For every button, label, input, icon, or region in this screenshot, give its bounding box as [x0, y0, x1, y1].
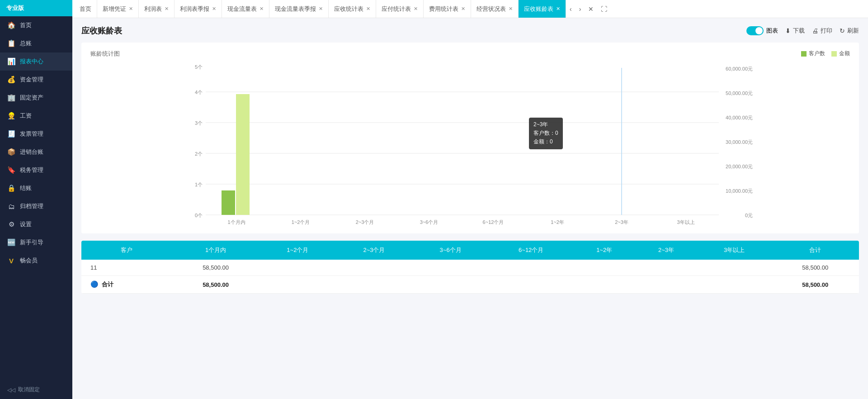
svg-text:2~3个月: 2~3个月 [356, 219, 374, 225]
toggle-track[interactable] [746, 26, 764, 35]
svg-text:40,000.00元: 40,000.00元 [726, 115, 753, 120]
download-icon: ⬇ [785, 27, 791, 34]
print-button[interactable]: 🖨 打印 [812, 27, 832, 35]
print-icon: 🖨 [812, 27, 818, 34]
tab-voucher-close[interactable]: ✕ [129, 6, 133, 12]
tab-profit-quarter-close[interactable]: ✕ [212, 6, 216, 12]
tab-fullscreen-button[interactable]: ⛶ [597, 0, 611, 18]
chart-legend: 客户数 金额 [801, 50, 850, 57]
toggle-knob [755, 27, 763, 34]
row-m1: 58,500.00 [172, 260, 259, 276]
tab-voucher[interactable]: 新增凭证 ✕ [97, 0, 139, 18]
row-m2-3 [336, 260, 412, 276]
tab-operation-close[interactable]: ✕ [509, 6, 513, 12]
chart-toggle[interactable]: 图表 [746, 26, 778, 35]
sidebar-item-assets[interactable]: 🏢 固定资产 [0, 89, 72, 107]
sidebar-item-vip[interactable]: V 畅会员 [0, 252, 72, 270]
tab-cashflow[interactable]: 现金流量表 ✕ [222, 0, 269, 18]
main-area: 首页 新增凭证 ✕ 利润表 ✕ 利润表季报 ✕ 现金流量表 ✕ 现金流量表季报 … [72, 0, 868, 399]
total-m2-3 [336, 276, 412, 294]
sidebar-item-inventory[interactable]: 📦 进销台账 [0, 143, 72, 161]
tab-expense-close[interactable]: ✕ [461, 6, 465, 12]
col-m2-3: 2~3个月 [336, 241, 412, 260]
refresh-button[interactable]: ↻ 刷新 [840, 27, 859, 35]
closing-icon: 🔒 [7, 184, 15, 192]
sidebar-item-tax[interactable]: 🔖 税务管理 [0, 161, 72, 179]
tab-cashflow-quarter-close[interactable]: ✕ [319, 6, 323, 12]
svg-text:3~6个月: 3~6个月 [420, 219, 439, 225]
svg-text:50,000.00元: 50,000.00元 [726, 90, 753, 96]
row-y3plus [697, 260, 772, 276]
invoice-icon: 🧾 [7, 130, 15, 138]
total-m1: 58,500.00 [172, 276, 259, 294]
table-total-row: 🔵 合计 58,500.00 58,500.00 [81, 276, 859, 294]
svg-text:0元: 0元 [745, 213, 753, 218]
tab-ar-aging-close[interactable]: ✕ [556, 6, 560, 12]
row-m1-2 [259, 260, 336, 276]
svg-text:3个: 3个 [195, 120, 203, 126]
sidebar-item-ledger[interactable]: 📋 总账 [0, 34, 72, 52]
tab-home[interactable]: 首页 [74, 0, 97, 18]
data-table: 客户 1个月内 1~2个月 2~3个月 3~6个月 6~12个月 1~2年 2~… [81, 241, 859, 294]
sidebar-item-guide[interactable]: 🆕 新手引导 [0, 233, 72, 252]
svg-text:6~12个月: 6~12个月 [483, 219, 504, 225]
sidebar-item-finance[interactable]: 💰 资金管理 [0, 71, 72, 89]
total-total: 58,500.00 [772, 276, 859, 294]
sidebar-item-settings[interactable]: ⚙ 设置 [0, 215, 72, 233]
header-actions: 图表 ⬇ 下载 🖨 打印 ↻ 刷新 [746, 26, 859, 35]
total-m6-12 [489, 276, 573, 294]
page-content: 应收账龄表 图表 ⬇ 下载 🖨 打印 ↻ 刷新 [72, 18, 868, 399]
tab-ar-stats[interactable]: 应收统计表 ✕ [329, 0, 376, 18]
page-header: 应收账龄表 图表 ⬇ 下载 🖨 打印 ↻ 刷新 [81, 25, 859, 36]
reports-icon: 📊 [7, 57, 15, 66]
tab-cashflow-quarter[interactable]: 现金流量表季报 ✕ [269, 0, 329, 18]
inventory-icon: 📦 [7, 148, 15, 156]
col-m6-12: 6~12个月 [489, 241, 573, 260]
tab-next-button[interactable]: › [576, 0, 585, 18]
tab-ar-stats-close[interactable]: ✕ [366, 6, 370, 12]
total-m1-2 [259, 276, 336, 294]
svg-text:30,000.00元: 30,000.00元 [726, 139, 753, 145]
page-title: 应收账龄表 [81, 25, 746, 36]
col-m1: 1个月内 [172, 241, 259, 260]
tab-profit-quarter[interactable]: 利润表季报 ✕ [175, 0, 222, 18]
tab-ap-stats-close[interactable]: ✕ [414, 6, 418, 12]
ledger-icon: 📋 [7, 39, 15, 48]
sidebar-item-archive[interactable]: 🗂 归档管理 [0, 197, 72, 215]
tab-ar-aging[interactable]: 应收账龄表 ✕ [519, 0, 566, 18]
chart-container: 账龄统计图 客户数 金额 0个 1个 2个 3个 4个 [81, 43, 859, 233]
col-m3-6: 3~6个月 [412, 241, 489, 260]
tab-cashflow-close[interactable]: ✕ [259, 6, 264, 12]
bar-customers-1 [222, 190, 235, 215]
total-y3plus [697, 276, 772, 294]
archive-icon: 🗂 [7, 203, 15, 210]
sidebar-item-invoice[interactable]: 🧾 发票管理 [0, 125, 72, 143]
tab-expense[interactable]: 费用统计表 ✕ [424, 0, 471, 18]
total-m3-6 [412, 276, 489, 294]
svg-text:1个: 1个 [195, 182, 203, 187]
guide-icon: 🆕 [7, 238, 15, 247]
tab-close-all-button[interactable]: ✕ [585, 0, 597, 18]
svg-text:60,000.00元: 60,000.00元 [726, 66, 753, 71]
tab-operation[interactable]: 经营状况表 ✕ [471, 0, 519, 18]
tab-prev-button[interactable]: ‹ [566, 0, 576, 18]
sidebar-item-home[interactable]: 🏠 首页 [0, 16, 72, 34]
tax-icon: 🔖 [7, 166, 15, 174]
assets-icon: 🏢 [7, 94, 15, 102]
download-button[interactable]: ⬇ 下载 [785, 27, 805, 35]
col-y2-3: 2~3年 [635, 241, 697, 260]
tab-profit[interactable]: 利润表 ✕ [139, 0, 175, 18]
table-header-row: 客户 1个月内 1~2个月 2~3个月 3~6个月 6~12个月 1~2年 2~… [81, 241, 859, 260]
chart-svg: 0个 1个 2个 3个 4个 5个 0元 10,000.00元 20,000.0… [90, 63, 850, 226]
sidebar-item-closing[interactable]: 🔒 结账 [0, 179, 72, 197]
tab-profit-close[interactable]: ✕ [165, 6, 169, 12]
row-customer: 11 [81, 260, 172, 276]
unpin-button[interactable]: ◁◁ 取消固定 [0, 380, 72, 399]
bar-amount-1 [236, 94, 250, 215]
svg-text:2个: 2个 [195, 151, 203, 157]
finance-icon: 💰 [7, 76, 15, 84]
sidebar-item-reports[interactable]: 📊 报表中心 [0, 52, 72, 71]
tab-ap-stats[interactable]: 应付统计表 ✕ [376, 0, 424, 18]
sidebar-logo: 专业版 [0, 0, 72, 16]
sidebar-item-payroll[interactable]: 👷 工资 [0, 107, 72, 125]
